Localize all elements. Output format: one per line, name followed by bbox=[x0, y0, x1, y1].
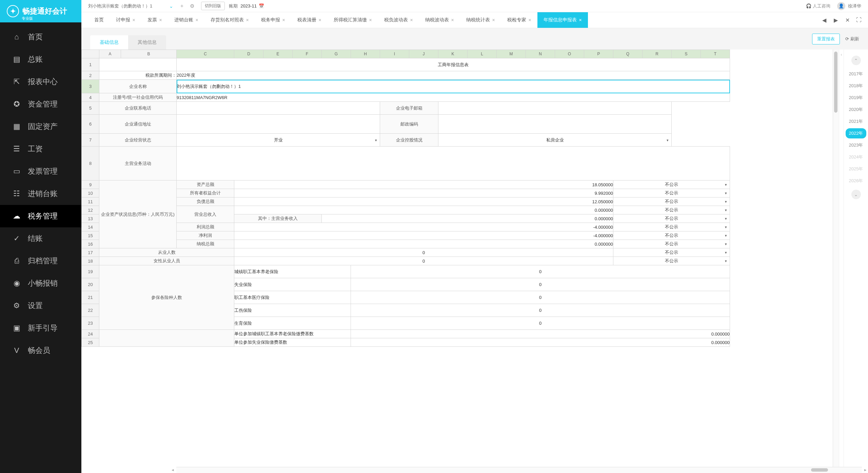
nav-item[interactable]: ⇱报表中心 bbox=[0, 71, 81, 93]
col-header[interactable]: J bbox=[409, 50, 438, 58]
row-header[interactable]: 13 bbox=[82, 214, 99, 223]
username[interactable]: 徐泽华 bbox=[848, 3, 861, 9]
year-button[interactable]: 2022年 bbox=[846, 128, 867, 138]
addr-value[interactable] bbox=[177, 115, 380, 134]
col-header[interactable]: T bbox=[701, 50, 730, 58]
row-header[interactable]: 24 bbox=[82, 330, 99, 338]
insurance-value[interactable]: 0 bbox=[351, 291, 730, 304]
cell[interactable]: 利润总额 bbox=[177, 223, 234, 231]
nav-item[interactable]: ▦固定资产 bbox=[0, 115, 81, 138]
tab-close-icon[interactable]: ✕ bbox=[195, 18, 198, 22]
year-button[interactable]: 2019年 bbox=[846, 93, 867, 103]
tab[interactable]: 纳税波动表✕ bbox=[419, 12, 460, 28]
cell[interactable]: 其中：主营业务收入 bbox=[234, 214, 322, 223]
nav-item[interactable]: ▭发票管理 bbox=[0, 160, 81, 183]
nav-item[interactable]: ⚙设置 bbox=[0, 295, 81, 317]
cell[interactable] bbox=[99, 58, 177, 71]
insurance-value[interactable]: 0 bbox=[351, 317, 730, 330]
cell[interactable]: 不公示 bbox=[613, 240, 730, 248]
row-header[interactable]: 3 bbox=[82, 80, 99, 93]
corner-cell[interactable] bbox=[82, 50, 99, 58]
row-header[interactable]: 12 bbox=[82, 206, 99, 214]
tab-close-icon[interactable]: ✕ bbox=[318, 18, 321, 22]
zip-value[interactable] bbox=[438, 115, 672, 134]
cell[interactable]: 不公示 bbox=[613, 248, 730, 257]
tab-close-icon[interactable]: ✕ bbox=[451, 18, 454, 22]
metric-value[interactable]: 18.050000 bbox=[234, 181, 613, 189]
reg-value[interactable]: 91320811MA7NGR2W6R bbox=[177, 93, 730, 102]
cell[interactable]: 不公示 bbox=[613, 189, 730, 197]
calendar-icon[interactable]: 📅 bbox=[259, 3, 264, 8]
cell[interactable]: 不公示 bbox=[613, 214, 730, 223]
account-selector[interactable]: 刘小艳演示账套（勿删勿动！）1 ⌄ ＋ ⚙ bbox=[88, 3, 197, 9]
cell[interactable]: 0.000000 bbox=[234, 206, 613, 214]
mainbiz-value[interactable] bbox=[177, 147, 730, 181]
year-button[interactable]: 2023年 bbox=[846, 140, 867, 150]
cell[interactable]: 9.992000 bbox=[234, 189, 613, 197]
insurance-value[interactable]: 0 bbox=[351, 304, 730, 317]
tab[interactable]: 进销台账✕ bbox=[168, 12, 204, 28]
row-header[interactable]: 23 bbox=[82, 317, 99, 330]
row-header[interactable]: 10 bbox=[82, 189, 99, 197]
tab-close-icon[interactable]: ✕ bbox=[410, 18, 413, 22]
tab-close-icon[interactable]: ✕ bbox=[246, 18, 249, 22]
col-header[interactable]: O bbox=[555, 50, 584, 58]
nav-item[interactable]: ☰工资 bbox=[0, 138, 81, 160]
cell[interactable]: 不公示 bbox=[613, 231, 730, 240]
tab[interactable]: 首页 bbox=[88, 12, 110, 28]
chevron-down-icon[interactable]: ⌄ bbox=[169, 3, 173, 9]
year-up-icon[interactable]: ⌃ bbox=[851, 56, 861, 65]
tab-close-icon[interactable]: ✕ bbox=[369, 18, 372, 22]
nav-item[interactable]: ✓结账 bbox=[0, 227, 81, 250]
tab-close-icon[interactable]: ✕ bbox=[528, 18, 531, 22]
avatar[interactable]: 👤 bbox=[837, 2, 845, 10]
tax-period-value[interactable]: 2022年度 bbox=[177, 71, 730, 80]
col-header[interactable]: M bbox=[497, 50, 526, 58]
cell[interactable]: 0.000000 bbox=[234, 240, 613, 248]
cell[interactable]: 0.000000 bbox=[322, 214, 613, 223]
tab[interactable]: 税表清册✕ bbox=[291, 12, 328, 28]
tab[interactable]: 发票✕ bbox=[141, 12, 168, 28]
row-header[interactable]: 18 bbox=[82, 257, 99, 265]
row-header[interactable]: 17 bbox=[82, 248, 99, 257]
row-header[interactable]: 9 bbox=[82, 181, 99, 189]
row-header[interactable]: 2 bbox=[82, 71, 99, 80]
row-header[interactable]: 16 bbox=[82, 240, 99, 248]
refresh-button[interactable]: ⟳ 刷新 bbox=[845, 36, 859, 42]
row-header[interactable]: 5 bbox=[82, 102, 99, 115]
nav-item[interactable]: ✪资金管理 bbox=[0, 93, 81, 115]
cell[interactable]: -4.000000 bbox=[234, 223, 613, 231]
subtab[interactable]: 其他信息 bbox=[128, 35, 166, 50]
row-header[interactable]: 4 bbox=[82, 93, 99, 102]
support-link[interactable]: 🎧 人工咨询 bbox=[806, 3, 830, 9]
col-header[interactable]: H bbox=[351, 50, 380, 58]
col-header[interactable]: B bbox=[121, 50, 177, 58]
col-header[interactable]: D bbox=[234, 50, 263, 58]
col-header[interactable]: P bbox=[584, 50, 613, 58]
year-button[interactable]: 2021年 bbox=[846, 116, 867, 127]
row-header[interactable]: 21 bbox=[82, 291, 99, 304]
row-header[interactable]: 19 bbox=[82, 265, 99, 278]
cell[interactable]: 所有者权益合计 bbox=[177, 189, 234, 197]
nav-item[interactable]: ▤总账 bbox=[0, 48, 81, 71]
tab-close-icon[interactable]: ✕ bbox=[579, 18, 582, 22]
col-header[interactable]: E bbox=[263, 50, 293, 58]
col-header[interactable]: K bbox=[438, 50, 468, 58]
year-down-icon[interactable]: ⌄ bbox=[851, 190, 861, 199]
nav-item[interactable]: ◉小畅报销 bbox=[0, 272, 81, 295]
tab[interactable]: 所得税汇算清缴✕ bbox=[328, 12, 378, 28]
col-header[interactable]: G bbox=[322, 50, 351, 58]
tab[interactable]: 税负波动表✕ bbox=[378, 12, 419, 28]
cell[interactable]: 负债总额 bbox=[177, 197, 234, 206]
row-header[interactable]: 6 bbox=[82, 115, 99, 134]
tab-prev-icon[interactable]: ◀ bbox=[818, 17, 830, 23]
tab[interactable]: 存货别名对照表✕ bbox=[204, 12, 255, 28]
tab[interactable]: 讨申报✕ bbox=[110, 12, 141, 28]
fullscreen-icon[interactable]: ⛶ bbox=[853, 17, 865, 23]
cell[interactable]: -4.000000 bbox=[234, 231, 613, 240]
reset-button[interactable]: 重置报表 bbox=[812, 34, 840, 44]
tab[interactable]: 年报信息申报表✕ bbox=[537, 12, 588, 28]
vertical-scrollbar[interactable] bbox=[833, 50, 839, 467]
cell[interactable]: 纳税总额 bbox=[177, 240, 234, 248]
nav-item[interactable]: ▣新手引导 bbox=[0, 317, 81, 339]
